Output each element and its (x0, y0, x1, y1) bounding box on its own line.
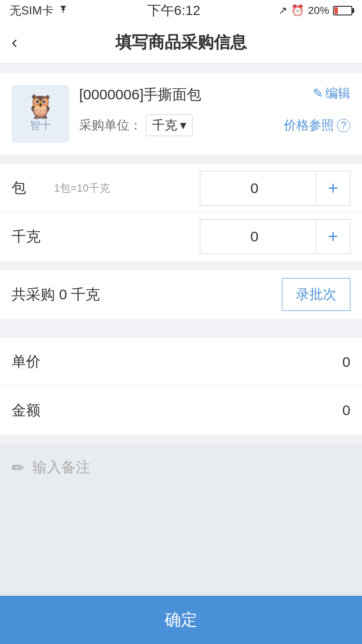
status-left: 无SIM卡 (10, 3, 69, 18)
kg-input-row: 千克 + (0, 212, 362, 261)
price-ref-button[interactable]: 价格参照 ? (284, 117, 350, 134)
product-image: 🦉 智十 (12, 85, 70, 143)
summary-text: 共采购 0 千克 (12, 285, 100, 305)
location-icon: ↗ (278, 4, 287, 17)
summary-section: 共采购 0 千克 录批次 (0, 270, 362, 319)
kg-plus-button[interactable]: + (316, 219, 350, 254)
input-section: 包 1包=10千克 + 千克 + (0, 164, 362, 261)
product-image-label: 智十 (30, 118, 51, 133)
status-bar: 无SIM卡 下午6:12 ↗ ⏰ 20% (0, 0, 362, 21)
unit-price-row: 单价 0 (0, 338, 362, 386)
kg-label: 千克 (12, 227, 50, 247)
bao-input-row: 包 1包=10千克 + (0, 164, 362, 212)
owl-icon: 🦉 (26, 95, 55, 118)
product-card: 🦉 智十 [0000006]手撕面包 ✎ 编辑 采购单位： 千克 ▾ 价格参照 … (0, 73, 362, 154)
carrier-label: 无SIM卡 (10, 3, 54, 18)
back-button[interactable]: ‹ (12, 32, 17, 53)
wifi-icon (57, 4, 69, 17)
section-divider-2 (0, 319, 362, 328)
dropdown-arrow: ▾ (180, 118, 186, 133)
confirm-button[interactable]: 确定 (0, 596, 362, 644)
alarm-icon: ⏰ (291, 4, 304, 17)
section-divider-1 (0, 154, 362, 164)
price-section: 单价 0 金额 0 (0, 338, 362, 434)
batch-button[interactable]: 录批次 (282, 278, 350, 311)
bao-controls: + (200, 171, 350, 206)
notes-placeholder: 输入备注 (32, 458, 90, 477)
help-icon: ? (337, 119, 350, 132)
unit-label: 采购单位： (79, 117, 142, 134)
amount-value: 0 (342, 402, 350, 419)
unit-price-value: 0 (342, 354, 350, 370)
unit-value: 千克 (152, 117, 177, 134)
edit-button[interactable]: ✎ 编辑 (313, 85, 350, 102)
kg-controls: + (200, 219, 350, 254)
bao-label: 包 (12, 178, 50, 198)
product-name: [0000006]手撕面包 (79, 85, 201, 105)
status-right: ↗ ⏰ 20% (278, 4, 352, 17)
bao-input[interactable] (200, 171, 316, 206)
edit-icon: ✎ (313, 86, 323, 101)
battery-percent: 20% (308, 4, 329, 17)
product-info: [0000006]手撕面包 ✎ 编辑 采购单位： 千克 ▾ 价格参照 ? (79, 85, 350, 136)
product-header: [0000006]手撕面包 ✎ 编辑 (79, 85, 350, 105)
amount-row: 金额 0 (0, 386, 362, 434)
bao-plus-button[interactable]: + (316, 171, 350, 206)
unit-row: 采购单位： 千克 ▾ 价格参照 ? (79, 114, 350, 136)
battery-icon (333, 6, 352, 15)
bao-sub-label: 1包=10千克 (54, 181, 110, 196)
page-title: 填写商品采购信息 (115, 31, 247, 54)
status-time: 下午6:12 (147, 1, 201, 20)
pencil-icon: ✏ (12, 459, 25, 477)
nav-bar: ‹ 填写商品采购信息 (0, 21, 362, 64)
edit-label: 编辑 (325, 85, 350, 102)
unit-select-dropdown[interactable]: 千克 ▾ (146, 114, 193, 136)
kg-input[interactable] (200, 219, 316, 254)
unit-price-label: 单价 (12, 352, 41, 372)
price-ref-label: 价格参照 (284, 117, 334, 134)
amount-label: 金额 (12, 401, 41, 420)
summary-row: 共采购 0 千克 录批次 (0, 270, 362, 319)
